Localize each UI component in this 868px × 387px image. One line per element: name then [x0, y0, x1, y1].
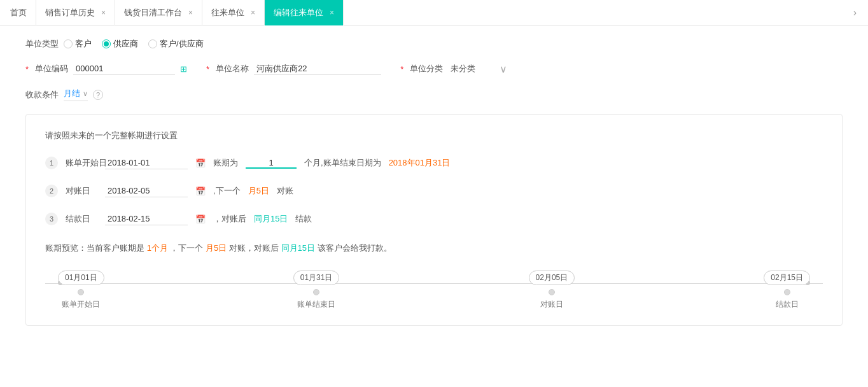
tab-edit-partner[interactable]: 编辑往来单位 ×: [265, 0, 344, 25]
payment-terms-field: 收款条件 月结 ∨ ?: [25, 88, 103, 101]
timeline-dot-3: [549, 289, 555, 295]
reconcile-date-value: 2018-02-05: [105, 185, 188, 197]
panel-title: 请按照未来的一个完整帐期进行设置: [45, 130, 823, 141]
unit-code-copy-icon[interactable]: ⊞: [180, 64, 187, 74]
unit-name-input[interactable]: [254, 62, 381, 75]
unit-category-chevron[interactable]: ∨: [500, 63, 507, 75]
payment-prefix: ，对账后: [213, 213, 246, 225]
unit-code-label: 单位编码: [35, 63, 68, 74]
tab-sales-history-close[interactable]: ×: [101, 8, 106, 17]
unit-name-star: *: [206, 64, 209, 74]
tab-home-label: 首页: [10, 7, 27, 18]
period-prefix: 账期为: [213, 157, 238, 169]
timeline-node-2: 01月31日 账单结束日: [293, 271, 340, 310]
tab-cashflow[interactable]: 钱货日清工作台 ×: [115, 0, 202, 25]
payment-date-calendar[interactable]: 📅: [195, 215, 206, 224]
tab-more-button[interactable]: ›: [847, 7, 863, 18]
timeline-badge-3: 02月05日: [529, 271, 575, 285]
tab-partner-close[interactable]: ×: [251, 8, 255, 17]
timeline-nodes: 01月01日 账单开始日 01月31日 账单结束日 02月05日 对账日 02月…: [58, 271, 810, 310]
unit-category-label: 单位分类: [410, 63, 443, 74]
period-unit-text: 个月,账单结束日期为: [304, 157, 381, 169]
payment-terms-label: 收款条件: [25, 89, 59, 101]
timeline-badge-4: 02月15日: [764, 271, 810, 285]
payment-terms-help[interactable]: ?: [93, 90, 103, 100]
radio-customer-supplier[interactable]: 客户/供应商: [148, 38, 204, 50]
page-content: 单位类型 客户 供应商 客户/供应商 * 单位编码: [0, 25, 868, 387]
timeline-badge-1: 01月01日: [58, 271, 104, 285]
radio-supplier-label: 供应商: [113, 38, 138, 50]
settings-panel: 请按照未来的一个完整帐期进行设置 1 账单开始日 2018-01-01 📅 账期…: [25, 114, 843, 326]
unit-type-label: 单位类型: [25, 38, 59, 50]
payment-terms-chevron[interactable]: ∨: [83, 90, 88, 98]
row-num-1: 1: [45, 157, 58, 169]
unit-code-field: * 单位编码 ⊞: [25, 62, 187, 75]
tab-cashflow-label: 钱货日清工作台: [124, 7, 182, 18]
payment-terms-value: 月结: [64, 88, 80, 99]
payment-highlight: 同月15日: [254, 213, 288, 225]
radio-customer-supplier-label: 客户/供应商: [160, 38, 204, 50]
preview-date1: 月5日: [206, 243, 227, 253]
payment-suffix: 结款: [295, 213, 312, 225]
payment-date-value: 2018-02-15: [105, 213, 188, 225]
timeline-badge-2: 01月31日: [293, 271, 340, 285]
unit-type-field: 单位类型 客户 供应商 客户/供应商: [25, 38, 204, 50]
period-input[interactable]: [246, 158, 297, 169]
tab-cashflow-close[interactable]: ×: [188, 8, 193, 17]
timeline-node-3: 02月05日 对账日: [529, 271, 575, 310]
row-num-3: 3: [45, 213, 58, 225]
tab-sales-history[interactable]: 销售订单历史 ×: [36, 0, 115, 25]
reconcile-date-calendar[interactable]: 📅: [195, 186, 206, 196]
timeline-container: 01月01日 账单开始日 01月31日 账单结束日 02月05日 对账日 02月…: [45, 271, 823, 310]
timeline-dot-4: [784, 289, 790, 295]
payment-terms-select[interactable]: 月结 ∨: [64, 88, 88, 101]
tab-edit-partner-close[interactable]: ×: [330, 8, 334, 17]
timeline-dot-2: [313, 289, 319, 295]
radio-customer-circle[interactable]: [64, 39, 73, 48]
preview-mid2: 对账，对账后: [229, 243, 279, 253]
reconcile-prefix: ,下一个: [213, 185, 241, 197]
unit-category-star: *: [400, 64, 403, 74]
tab-partner-label: 往来单位: [211, 7, 244, 18]
timeline-node-4: 02月15日 结款日: [764, 271, 810, 310]
row-label-3: 结款日: [66, 213, 97, 225]
timeline-label-2: 账单结束日: [297, 299, 335, 310]
timeline-node-1: 01月01日 账单开始日: [58, 271, 104, 310]
setting-row-1: 1 账单开始日 2018-01-01 📅 账期为 个月,账单结束日期为 2018…: [45, 157, 823, 169]
timeline-label-1: 账单开始日: [62, 299, 100, 310]
unit-category-value: 未分类: [451, 63, 475, 74]
setting-row-3: 3 结款日 2018-02-15 📅 ，对账后 同月15日 结款: [45, 213, 823, 225]
tab-partner[interactable]: 往来单位 ×: [202, 0, 265, 25]
setting-row-2: 2 对账日 2018-02-05 📅 ,下一个 月5日 对账: [45, 185, 823, 197]
unit-name-field: * 单位名称: [206, 62, 381, 75]
unit-info-row: * 单位编码 ⊞ * 单位名称 * 单位分类 未分类 ∨: [25, 62, 843, 75]
row-label-1: 账单开始日: [66, 157, 97, 169]
unit-type-radio-group: 客户 供应商 客户/供应商: [64, 38, 204, 50]
start-date-calendar[interactable]: 📅: [195, 158, 206, 168]
radio-customer-supplier-circle[interactable]: [148, 39, 157, 48]
preview-suffix: 该客户会给我打款。: [318, 243, 392, 253]
tab-sales-history-label: 销售订单历史: [45, 7, 95, 18]
tab-bar: 首页 销售订单历史 × 钱货日清工作台 × 往来单位 × 编辑往来单位 × ›: [0, 0, 868, 25]
row-label-2: 对账日: [66, 185, 97, 197]
timeline-label-3: 对账日: [540, 299, 563, 310]
unit-name-label: 单位名称: [216, 63, 249, 74]
preview-1m: 1个月: [147, 243, 168, 253]
preview-mid1: ，下一个: [170, 243, 203, 253]
radio-supplier[interactable]: 供应商: [102, 38, 138, 50]
radio-customer-label: 客户: [75, 38, 92, 50]
preview-date2: 同月15日: [281, 243, 315, 253]
unit-code-star: *: [25, 64, 29, 74]
reconcile-highlight: 月5日: [248, 185, 269, 197]
tab-home[interactable]: 首页: [5, 0, 36, 25]
timeline-dot-1: [78, 289, 84, 295]
timeline-label-4: 结款日: [776, 299, 799, 310]
payment-terms-row: 收款条件 月结 ∨ ?: [25, 88, 843, 101]
radio-customer[interactable]: 客户: [64, 38, 92, 50]
preview-text: 账期预览：当前客户账期是 1个月 ，下一个 月5日 对账，对账后 同月15日 该…: [45, 241, 823, 255]
radio-supplier-circle[interactable]: [102, 39, 111, 48]
reconcile-suffix: 对账: [277, 185, 293, 197]
start-date-value: 2018-01-01: [105, 157, 188, 169]
unit-code-input[interactable]: [73, 62, 175, 75]
unit-category-field: * 单位分类 未分类 ∨: [400, 63, 507, 75]
